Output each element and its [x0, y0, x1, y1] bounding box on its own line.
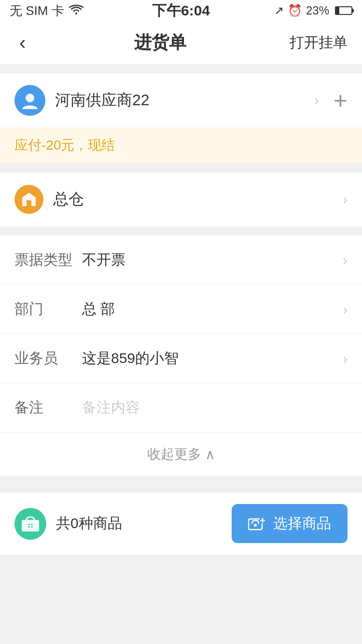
battery-label: 23% [306, 4, 329, 17]
warehouse-chevron-icon: › [343, 191, 348, 208]
salesperson-row[interactable]: 业务员 这是859的小智 › [0, 334, 362, 383]
salesperson-value: 这是859的小智 [82, 349, 343, 368]
invoice-type-label: 票据类型 [14, 250, 82, 270]
section-divider-3 [0, 226, 362, 235]
product-icon [14, 508, 46, 540]
status-bar: 无 SIM 卡 下午6:04 ↗ ⏰ 23% [0, 0, 362, 21]
supplier-name: 河南供应商22 [55, 90, 314, 111]
section-divider-2 [0, 163, 362, 172]
nav-bar: ‹ 进货单 打开挂单 [0, 21, 362, 65]
invoice-type-chevron-icon: › [343, 252, 348, 268]
status-time: 下午6:04 [152, 1, 210, 21]
bottom-section: 共0种商品 选择商品 [0, 492, 362, 555]
svg-point-1 [26, 94, 34, 102]
salesperson-chevron-icon: › [343, 350, 348, 367]
department-label: 部门 [14, 299, 82, 319]
svg-point-0 [75, 13, 77, 14]
open-pending-button[interactable]: 打开挂单 [290, 33, 348, 53]
alert-banner: 应付-20元，现结 [0, 127, 362, 163]
supplier-avatar [14, 85, 45, 116]
alert-text: 应付-20元，现结 [14, 138, 115, 153]
section-divider-4 [0, 476, 362, 485]
product-count-label: 共0种商品 [56, 514, 232, 533]
supplier-chevron-icon: › [314, 92, 319, 109]
department-row[interactable]: 部门 总 部 › [0, 284, 362, 334]
select-product-button[interactable]: 选择商品 [232, 504, 348, 543]
select-product-label: 选择商品 [273, 514, 331, 533]
department-chevron-icon: › [343, 301, 348, 318]
collapse-text: 收起更多 [147, 445, 201, 463]
alarm-icon: ⏰ [288, 4, 302, 17]
department-value: 总 部 [82, 299, 343, 319]
wifi-icon [69, 3, 84, 18]
invoice-type-value: 不开票 [82, 250, 343, 270]
battery-icon [335, 6, 352, 15]
status-left: 无 SIM 卡 [10, 2, 84, 19]
svg-point-8 [254, 524, 257, 527]
collapse-bar[interactable]: 收起更多 ∧ [0, 432, 362, 476]
status-right: ↗ ⏰ 23% [274, 4, 352, 17]
background-fill [0, 555, 362, 644]
supplier-section: 河南供应商22 › + 应付-20元，现结 [0, 73, 362, 163]
form-section: 票据类型 不开票 › 部门 总 部 › 业务员 这是859的小智 › 备注 备注… [0, 235, 362, 476]
warehouse-icon [14, 185, 43, 214]
warehouse-name: 总仓 [53, 189, 343, 210]
remark-row[interactable]: 备注 备注内容 [0, 383, 362, 432]
remark-input[interactable]: 备注内容 [82, 398, 348, 418]
remark-label: 备注 [14, 398, 82, 418]
section-divider-1 [0, 65, 362, 73]
back-button[interactable]: ‹ [14, 27, 30, 58]
page-title: 进货单 [134, 31, 186, 55]
collapse-icon: ∧ [205, 447, 215, 462]
sim-label: 无 SIM 卡 [10, 2, 64, 19]
salesperson-label: 业务员 [14, 349, 82, 368]
warehouse-row[interactable]: 总仓 › [0, 172, 362, 226]
svg-rect-2 [27, 200, 31, 206]
supplier-row[interactable]: 河南供应商22 › + [0, 73, 362, 127]
invoice-type-row[interactable]: 票据类型 不开票 › [0, 235, 362, 284]
add-supplier-button[interactable]: + [334, 86, 348, 114]
location-icon: ↗ [274, 4, 284, 17]
